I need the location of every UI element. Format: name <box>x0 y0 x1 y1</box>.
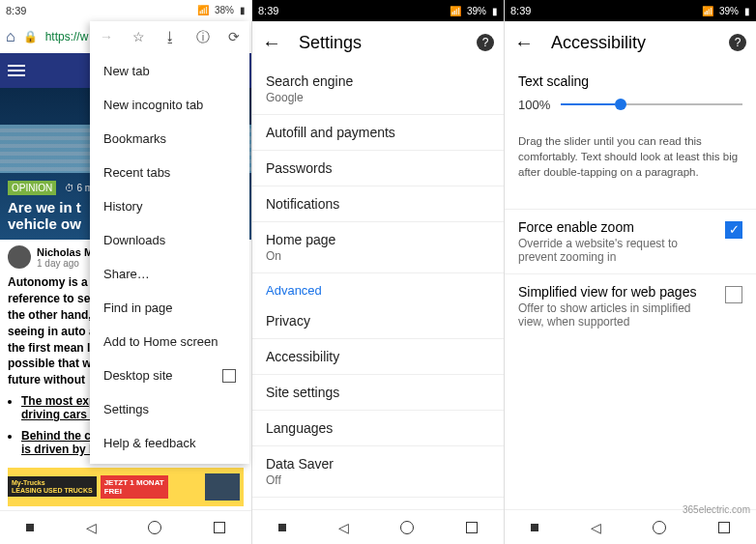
back-icon[interactable]: ← <box>262 32 281 54</box>
setting-notifications[interactable]: Notifications <box>252 186 504 222</box>
simplified-view-checkbox[interactable] <box>725 286 742 303</box>
chrome-overflow-menu: → ☆ ⭳ ⓘ ⟳ New tab New incognito tab Book… <box>90 21 249 464</box>
menu-add-to-home[interactable]: Add to Home screen <box>90 325 249 358</box>
nav-back-icon[interactable]: ◁ <box>86 520 97 535</box>
menu-downloads[interactable]: Downloads <box>90 223 249 257</box>
lock-icon: 🔒 <box>23 30 38 43</box>
status-bar: 8:39 📶 39% ▮ <box>505 0 756 21</box>
phone-settings-list: 8:39 📶 39% ▮ ← Settings ? Search engine … <box>252 0 505 544</box>
status-bar: 8:39 📶 38% ▮ <box>0 0 251 21</box>
battery-text: 38% <box>215 5 234 15</box>
wifi-icon: 📶 <box>702 6 713 16</box>
wifi-icon: 📶 <box>197 5 209 15</box>
download-icon[interactable]: ⭳ <box>163 29 177 46</box>
menu-history[interactable]: History <box>90 189 249 223</box>
phone-accessibility: 8:39 📶 39% ▮ ← Accessibility ? Text scal… <box>505 0 756 544</box>
forward-icon[interactable]: → <box>100 29 113 46</box>
ad-brand: My-Trucks LEASING USED TRUCKS <box>8 476 97 497</box>
menu-recent-tabs[interactable]: Recent tabs <box>90 156 249 189</box>
toggle-simplified-view[interactable]: Simplified view for web pages Offer to s… <box>505 273 756 338</box>
text-scaling-slider[interactable] <box>561 95 742 114</box>
help-icon[interactable]: ? <box>729 34 746 51</box>
wifi-icon: 📶 <box>450 6 461 16</box>
menu-desktop-site[interactable]: Desktop site <box>90 358 249 392</box>
setting-data-saver[interactable]: Data Saver Off <box>252 446 504 498</box>
setting-autofill[interactable]: Autofill and payments <box>252 115 504 151</box>
page-title: Settings <box>299 33 362 53</box>
setting-languages[interactable]: Languages <box>252 411 504 446</box>
nav-dot-icon <box>531 524 538 531</box>
avatar <box>8 245 31 269</box>
battery-icon: ▮ <box>492 6 498 16</box>
battery-text: 39% <box>467 6 486 16</box>
nav-back-icon[interactable]: ◁ <box>591 520 601 535</box>
nav-back-icon[interactable]: ◁ <box>338 520 349 535</box>
page-title: Accessibility <box>551 33 646 53</box>
nav-recent-icon[interactable] <box>214 522 225 533</box>
menu-settings[interactable]: Settings <box>90 392 249 426</box>
help-icon[interactable]: ? <box>477 34 494 51</box>
battery-icon: ▮ <box>240 5 246 15</box>
status-time: 8:39 <box>510 5 531 16</box>
nav-home-icon[interactable] <box>400 521 414 534</box>
menu-new-incognito[interactable]: New incognito tab <box>90 88 249 122</box>
menu-find-in-page[interactable]: Find in page <box>90 291 249 325</box>
phone-browser-menu: 8:39 📶 38% ▮ ⌂ 🔒 https://w OPINION ⏱ 6 m… <box>0 0 252 544</box>
text-scaling-label: Text scaling <box>518 73 742 89</box>
menu-new-tab[interactable]: New tab <box>90 54 249 88</box>
opinion-badge: OPINION <box>8 181 56 195</box>
back-icon[interactable]: ← <box>514 32 534 54</box>
nav-recent-icon[interactable] <box>718 522 730 533</box>
text-scaling-block: Text scaling 100% <box>505 64 756 124</box>
banner-ad[interactable]: My-Trucks LEASING USED TRUCKS JETZT 1 MO… <box>8 468 244 505</box>
home-icon[interactable]: ⌂ <box>6 28 15 45</box>
scaling-hint-text: Drag the slider until you can read this … <box>505 124 756 209</box>
force-zoom-checkbox[interactable]: ✓ <box>725 221 742 239</box>
setting-privacy[interactable]: Privacy <box>252 303 504 339</box>
setting-accessibility[interactable]: Accessibility <box>252 339 504 375</box>
section-advanced: Advanced <box>252 273 504 303</box>
nav-dot-icon <box>26 524 34 531</box>
ad-image <box>205 473 240 501</box>
accessibility-appbar: ← Accessibility ? <box>505 21 756 64</box>
setting-passwords[interactable]: Passwords <box>252 151 504 186</box>
setting-home-page[interactable]: Home page On <box>252 222 504 273</box>
nav-home-icon[interactable] <box>148 521 161 534</box>
status-time: 8:39 <box>6 5 26 16</box>
battery-text: 39% <box>719 6 739 16</box>
setting-search-engine[interactable]: Search engine Google <box>252 64 504 115</box>
reload-icon[interactable]: ⟳ <box>228 29 240 46</box>
desktop-site-checkbox[interactable] <box>222 369 236 383</box>
info-icon[interactable]: ⓘ <box>196 29 210 46</box>
ad-cta: JETZT 1 MONAT FREI <box>101 475 168 499</box>
setting-downloads[interactable]: Downloads <box>252 498 504 509</box>
nav-recent-icon[interactable] <box>466 522 478 533</box>
status-time: 8:39 <box>258 5 278 16</box>
watermark-text: 365electric.com <box>683 504 750 515</box>
status-icons: 📶 38% ▮ <box>197 5 246 15</box>
android-navbar: ◁ <box>252 509 504 544</box>
text-scaling-value: 100% <box>518 98 551 112</box>
hamburger-icon[interactable] <box>8 65 25 76</box>
menu-bookmarks[interactable]: Bookmarks <box>90 122 249 156</box>
battery-icon: ▮ <box>744 6 750 16</box>
android-navbar: ◁ <box>0 510 251 545</box>
toggle-force-zoom[interactable]: Force enable zoom Override a website's r… <box>505 209 756 273</box>
status-bar: 8:39 📶 39% ▮ <box>252 0 504 21</box>
menu-share[interactable]: Share… <box>90 257 249 291</box>
settings-appbar: ← Settings ? <box>252 21 504 64</box>
hero-time: ⏱ 6 m <box>65 183 93 193</box>
url-text[interactable]: https://w <box>45 30 89 43</box>
nav-dot-icon <box>278 524 286 531</box>
setting-site-settings[interactable]: Site settings <box>252 375 504 411</box>
menu-help-feedback[interactable]: Help & feedback <box>90 426 249 460</box>
star-icon[interactable]: ☆ <box>132 29 145 46</box>
nav-home-icon[interactable] <box>653 521 666 534</box>
